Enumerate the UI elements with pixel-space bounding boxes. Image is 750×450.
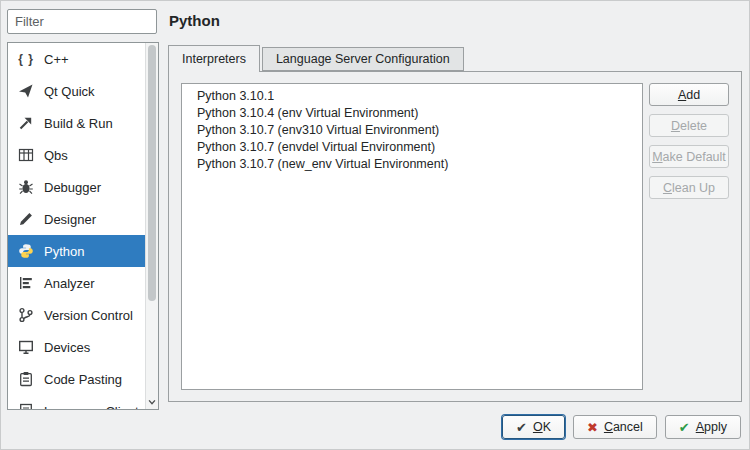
grid-icon (17, 147, 35, 163)
tab-language-server-configuration[interactable]: Language Server Configuration (262, 47, 464, 71)
scroll-down-button[interactable] (146, 395, 158, 409)
clipboard-icon (17, 371, 35, 387)
interpreter-list-item[interactable]: Python 3.10.4 (env Virtual Environment) (182, 105, 642, 122)
sidebar-item-label: Build & Run (44, 116, 113, 131)
dialog-buttons: ✔ OK ✖ Cancel ✔ Apply (502, 415, 741, 439)
sidebar-item-designer[interactable]: Designer (8, 203, 145, 235)
branch-icon (17, 307, 35, 323)
interpreter-list-item[interactable]: Python 3.10.1 (182, 88, 642, 105)
sidebar-item-cpp[interactable]: { } C++ (8, 43, 145, 75)
interpreters-panel: Python 3.10.1 Python 3.10.4 (env Virtual… (168, 71, 742, 402)
chevron-down-icon (147, 397, 157, 407)
sidebar-item-python[interactable]: Python (8, 235, 145, 267)
sidebar-item-label: Analyzer (44, 276, 95, 291)
sidebar-item-label: Devices (44, 340, 90, 355)
sidebar-item-label: C++ (44, 52, 69, 67)
ok-check-icon: ✔ (516, 421, 527, 434)
cancel-button[interactable]: ✖ Cancel (573, 415, 657, 439)
python-icon (17, 243, 35, 259)
interpreter-list-item[interactable]: Python 3.10.7 (new_env Virtual Environme… (182, 156, 642, 173)
interpreter-list[interactable]: Python 3.10.1 Python 3.10.4 (env Virtual… (181, 83, 643, 390)
interpreter-list-item[interactable]: Python 3.10.7 (env310 Virtual Environmen… (182, 122, 642, 139)
sidebar-item-analyzer[interactable]: Analyzer (8, 267, 145, 299)
make-default-button[interactable]: Make Default (649, 145, 729, 168)
interpreter-list-item[interactable]: Python 3.10.7 (envdel Virtual Environmen… (182, 139, 642, 156)
analyzer-icon (17, 275, 35, 291)
sidebar-item-qbs[interactable]: Qbs (8, 139, 145, 171)
qt-quick-icon (17, 83, 35, 99)
category-list: { } C++ Qt Quick Build & Run Qbs (7, 42, 159, 410)
sidebar-item-label: Language Client (44, 404, 139, 410)
clean-up-button[interactable]: Clean Up (649, 176, 729, 199)
sidebar-scrollbar[interactable] (145, 43, 158, 409)
cancel-x-icon: ✖ (587, 421, 598, 434)
sidebar-item-version-control[interactable]: Version Control (8, 299, 145, 331)
sidebar-item-label: Version Control (44, 308, 133, 323)
pencil-icon (17, 211, 35, 227)
interpreter-actions: Add Delete Make Default Clean Up (649, 83, 729, 199)
delete-button[interactable]: Delete (649, 114, 729, 137)
braces-icon: { } (17, 51, 35, 67)
scrollbar-thumb[interactable] (148, 45, 156, 301)
sidebar-item-label: Python (44, 244, 84, 259)
ok-button[interactable]: ✔ OK (502, 415, 565, 439)
page-title: Python (169, 12, 220, 29)
sidebar-item-label: Debugger (44, 180, 101, 195)
sidebar-item-build-run[interactable]: Build & Run (8, 107, 145, 139)
document-icon (17, 403, 35, 409)
sidebar-item-qt-quick[interactable]: Qt Quick (8, 75, 145, 107)
sidebar-item-language-client[interactable]: Language Client (8, 395, 145, 409)
sidebar-item-label: Qt Quick (44, 84, 95, 99)
tab-interpreters[interactable]: Interpreters (168, 45, 260, 72)
apply-check-icon: ✔ (679, 421, 690, 434)
monitor-icon (17, 339, 35, 355)
sidebar-item-code-pasting[interactable]: Code Pasting (8, 363, 145, 395)
sidebar-item-devices[interactable]: Devices (8, 331, 145, 363)
sidebar-item-debugger[interactable]: Debugger (8, 171, 145, 203)
sidebar-item-label: Qbs (44, 148, 68, 163)
add-button[interactable]: Add (649, 83, 729, 106)
category-items: { } C++ Qt Quick Build & Run Qbs (8, 43, 145, 409)
sidebar-item-label: Code Pasting (44, 372, 122, 387)
bug-icon (17, 179, 35, 195)
options-dialog: { } C++ Qt Quick Build & Run Qbs (0, 0, 750, 450)
build-run-icon (17, 115, 35, 131)
tab-bar: Interpreters Language Server Configurati… (168, 45, 466, 71)
sidebar-item-label: Designer (44, 212, 96, 227)
filter-input[interactable] (7, 9, 157, 34)
apply-button[interactable]: ✔ Apply (665, 415, 741, 439)
